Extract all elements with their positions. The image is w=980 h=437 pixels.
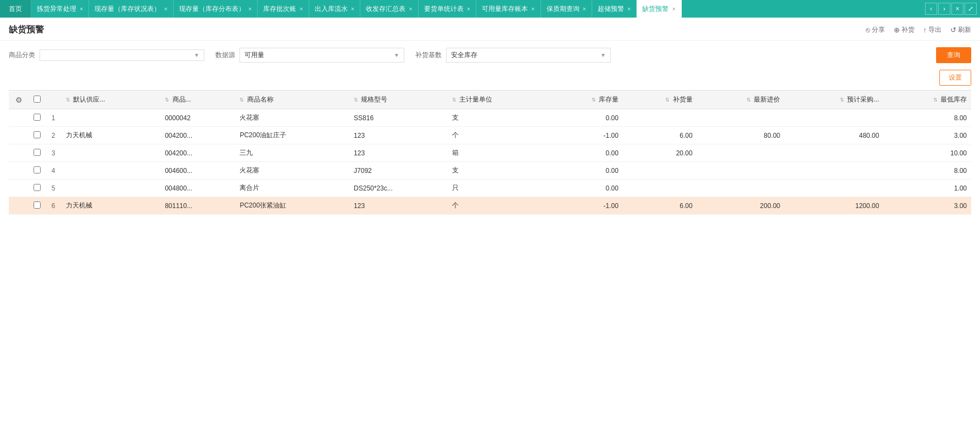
tab-close-summary[interactable]: × xyxy=(409,5,412,12)
col-spec-header[interactable]: ⇅ 规格型号 xyxy=(349,91,448,109)
row-checkbox-2[interactable] xyxy=(34,149,41,156)
row-minstock-2: 10.00 xyxy=(883,144,971,162)
replenish-base-select[interactable]: 安全库存 ▼ xyxy=(446,48,611,63)
row-unit-3: 支 xyxy=(448,162,549,180)
nav-close-button[interactable]: × xyxy=(951,3,964,15)
tab-flow[interactable]: 出入库流水 × xyxy=(309,0,360,18)
tab-close-shortage[interactable]: × xyxy=(672,5,675,12)
tab-close-inventory-status[interactable]: × xyxy=(164,5,167,12)
tab-close-available-ledger[interactable]: × xyxy=(531,5,534,12)
row-code-1: 004200... xyxy=(160,127,235,144)
tab-home[interactable]: 首页 xyxy=(0,0,31,18)
row-checkbox-cell-0[interactable] xyxy=(29,109,45,127)
col-name-header[interactable]: ⇅ 商品名称 xyxy=(235,91,349,109)
nav-prev-button[interactable]: ‹ xyxy=(925,3,937,15)
row-checkbox-5[interactable] xyxy=(34,201,41,209)
row-estimated-5: 1200.00 xyxy=(784,197,883,215)
page-header: 缺货预警 ⎋ 分享 ⊕ 补货 ↑ 导出 ↺ 刷新 xyxy=(0,18,980,41)
tab-shortage[interactable]: 缺货预警 × xyxy=(637,0,681,18)
col-unit-header[interactable]: ⇅ 主计量单位 xyxy=(448,91,549,109)
tab-close-overstock[interactable]: × xyxy=(627,5,631,12)
export-icon: ↑ xyxy=(923,26,927,34)
row-code-3: 004600... xyxy=(160,162,235,180)
row-spec-0: SS816 xyxy=(349,109,448,127)
sort-price-icon: ⇅ xyxy=(747,97,751,103)
row-price-4 xyxy=(697,180,785,197)
nav-fullscreen-button[interactable]: ⤢ xyxy=(965,3,977,15)
tab-expiry[interactable]: 保质期查询 × xyxy=(541,0,592,18)
select-all-checkbox[interactable] xyxy=(34,96,41,103)
sort-estimated-icon: ⇅ xyxy=(840,97,844,103)
tab-picking[interactable]: 拣货异常处理 × xyxy=(31,0,89,18)
col-price-header[interactable]: ⇅ 最新进价 xyxy=(697,91,785,109)
row-supplier-3 xyxy=(62,162,160,180)
query-button[interactable]: 查询 xyxy=(936,47,971,63)
row-replenish-1: 6.00 xyxy=(623,127,697,144)
col-minstock-header[interactable]: ⇅ 最低库存 xyxy=(883,91,971,109)
row-name-0: 火花塞 xyxy=(235,109,349,127)
tab-batch-ledger[interactable]: 库存批次账 × xyxy=(258,0,309,18)
refresh-icon: ↺ xyxy=(950,26,956,34)
row-checkbox-cell-1[interactable] xyxy=(29,127,45,144)
sort-stock-icon: ⇅ xyxy=(592,97,596,103)
tab-inventory-status[interactable]: 现存量（库存状况表） × xyxy=(89,0,173,18)
row-code-0: 0000042 xyxy=(160,109,235,127)
category-select[interactable]: ▼ xyxy=(40,49,204,61)
col-checkbox-header[interactable] xyxy=(29,91,45,109)
row-spec-1: 123 xyxy=(349,127,448,144)
col-code-header[interactable]: ⇅ 商品... xyxy=(160,91,235,109)
row-unit-5: 个 xyxy=(448,197,549,215)
row-checkbox-1[interactable] xyxy=(34,131,41,138)
col-replenish-header[interactable]: ⇅ 补货量 xyxy=(623,91,697,109)
table-row: 6 力天机械 801110... PC200张紧油缸 123 个 -1.00 6… xyxy=(9,197,971,215)
row-checkbox-cell-4[interactable] xyxy=(29,180,45,197)
row-estimated-2 xyxy=(784,144,883,162)
replenish-button[interactable]: ⊕ 补货 xyxy=(894,25,915,35)
datasource-select[interactable]: 可用量 ▼ xyxy=(240,48,404,63)
col-stock-header[interactable]: ⇅ 库存量 xyxy=(549,91,623,109)
col-settings[interactable]: ⚙ xyxy=(9,91,29,109)
row-checkbox-cell-5[interactable] xyxy=(29,197,45,215)
row-code-4: 004800... xyxy=(160,180,235,197)
row-settings-2 xyxy=(9,144,29,162)
row-replenish-2: 20.00 xyxy=(623,144,697,162)
tab-overstock[interactable]: 超储预警 × xyxy=(592,0,637,18)
row-minstock-1: 3.00 xyxy=(883,127,971,144)
tab-close-expiry[interactable]: × xyxy=(583,5,586,12)
tab-close-flow[interactable]: × xyxy=(351,5,354,12)
row-minstock-3: 8.00 xyxy=(883,162,971,180)
gear-icon[interactable]: ⚙ xyxy=(15,96,23,104)
tab-close-batch-ledger[interactable]: × xyxy=(299,5,303,12)
share-button[interactable]: ⎋ 分享 xyxy=(866,25,885,35)
btn-row: 设置 xyxy=(0,70,980,90)
row-checkbox-cell-2[interactable] xyxy=(29,144,45,162)
replenish-base-chevron-icon: ▼ xyxy=(600,52,606,58)
settings-button[interactable]: 设置 xyxy=(939,70,971,86)
tab-close-picking[interactable]: × xyxy=(80,5,83,12)
row-price-5: 200.00 xyxy=(697,197,785,215)
export-button[interactable]: ↑ 导出 xyxy=(923,25,942,35)
row-replenish-4 xyxy=(623,180,697,197)
row-estimated-0 xyxy=(784,109,883,127)
row-checkbox-4[interactable] xyxy=(34,184,41,191)
table-row: 1 0000042 火花塞 SS816 支 0.00 8.00 xyxy=(9,109,971,127)
row-checkbox-0[interactable] xyxy=(34,114,41,121)
data-table: ⚙ ⇅ 默认供应... ⇅ 商品... ⇅ xyxy=(9,90,971,215)
nav-next-button[interactable]: › xyxy=(938,3,950,15)
share-icon: ⎋ xyxy=(866,26,870,34)
table-row: 2 力天机械 004200... PC200油缸庄子 123 个 -1.00 6… xyxy=(9,127,971,144)
tab-requisition[interactable]: 要货单统计表 × xyxy=(419,0,476,18)
tab-close-requisition[interactable]: × xyxy=(467,5,470,12)
col-estimated-header[interactable]: ⇅ 预计采购... xyxy=(784,91,883,109)
row-checkbox-3[interactable] xyxy=(34,166,41,173)
tab-inventory-dist[interactable]: 现存量（库存分布表） × xyxy=(174,0,258,18)
tab-close-inventory-dist[interactable]: × xyxy=(248,5,252,12)
row-spec-3: J7092 xyxy=(349,162,448,180)
tab-available-ledger[interactable]: 可用量库存账本 × xyxy=(476,0,541,18)
tab-summary[interactable]: 收发存汇总表 × xyxy=(360,0,418,18)
row-price-3 xyxy=(697,162,785,180)
refresh-button[interactable]: ↺ 刷新 xyxy=(950,25,971,35)
row-unit-4: 只 xyxy=(448,180,549,197)
col-supplier-header[interactable]: ⇅ 默认供应... xyxy=(62,91,160,109)
row-checkbox-cell-3[interactable] xyxy=(29,162,45,180)
